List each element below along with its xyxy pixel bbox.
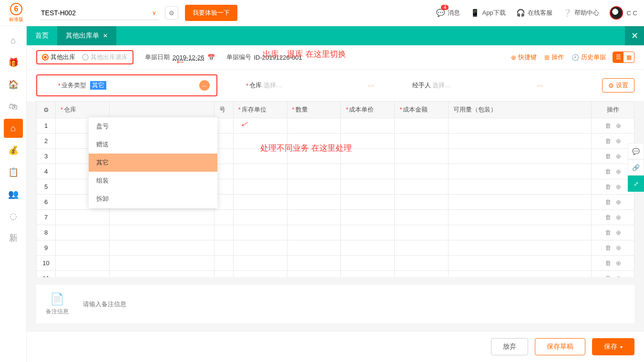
- col-available: 可用量（包装）: [449, 102, 592, 118]
- nav-contacts-icon[interactable]: 👥: [4, 185, 23, 204]
- dropdown-item[interactable]: 其它: [89, 154, 217, 172]
- avatar: [610, 6, 623, 20]
- radio-other-outbound-return[interactable]: 其他出库退库: [82, 53, 128, 62]
- table-row[interactable]: 7🗑⊕: [37, 210, 634, 225]
- online-service-link[interactable]: 🎧 在线客服: [516, 9, 552, 17]
- settings-button[interactable]: ⚙ 设置: [602, 78, 634, 93]
- nav-new-icon[interactable]: 新: [4, 228, 23, 248]
- row-index: 9: [37, 240, 56, 256]
- col-stock-unit: *库存单位: [233, 102, 287, 118]
- save-button[interactable]: 保存▾: [592, 338, 634, 355]
- settings-gear-button[interactable]: ⚙: [165, 6, 178, 20]
- tab-home[interactable]: 首页: [27, 26, 57, 45]
- delete-icon[interactable]: 🗑: [605, 198, 611, 206]
- delete-icon[interactable]: 🗑: [605, 259, 611, 267]
- headset-icon: 🎧: [516, 9, 525, 17]
- nav-money-icon[interactable]: 💰: [4, 141, 23, 160]
- dropdown-item[interactable]: 盘亏: [89, 117, 217, 135]
- col-qty: *数量: [287, 102, 341, 118]
- table-row[interactable]: 10🗑⊕: [37, 256, 634, 271]
- nav-clipboard-icon[interactable]: 📋: [4, 163, 23, 182]
- view-list-button[interactable]: ☰: [613, 52, 624, 62]
- chevron-down-icon[interactable]: ∨: [149, 10, 159, 16]
- copy-icon[interactable]: ⊕: [616, 214, 621, 221]
- col-code-suffix: 号: [214, 102, 233, 118]
- delete-icon[interactable]: 🗑: [605, 122, 611, 129]
- business-type-label: 业务类型: [61, 81, 86, 90]
- table-row[interactable]: 9🗑⊕: [37, 240, 634, 256]
- row-index: 3: [37, 149, 56, 164]
- search-input[interactable]: [40, 6, 149, 20]
- table-row[interactable]: 8🗑⊕: [37, 225, 634, 240]
- doc-no-value: ID-20191226-001: [254, 54, 302, 61]
- history-button[interactable]: 🕘历史单据: [572, 53, 606, 62]
- nav-home-icon[interactable]: ⌂: [4, 31, 23, 50]
- dropdown-item[interactable]: 组装: [89, 172, 217, 190]
- chevron-down-icon: ▾: [620, 344, 623, 350]
- view-card-button[interactable]: ▦: [624, 52, 634, 62]
- table-settings-header[interactable]: ⚙: [37, 102, 56, 118]
- chevron-up-icon[interactable]: ︿: [199, 80, 210, 91]
- nav-warehouse-icon[interactable]: ⌂: [4, 119, 23, 138]
- dropdown-item[interactable]: 拆卸: [89, 190, 217, 208]
- messages-link[interactable]: 💬 4 消息: [436, 9, 460, 17]
- copy-icon[interactable]: ⊕: [616, 198, 621, 206]
- row-index: 5: [37, 179, 56, 195]
- delete-icon[interactable]: 🗑: [605, 229, 611, 236]
- warehouse-placeholder: 选择…: [264, 81, 282, 90]
- nav-house-icon[interactable]: 🏠: [4, 75, 23, 94]
- target-icon: ⊕: [511, 54, 516, 61]
- delete-icon[interactable]: 🗑: [605, 168, 611, 175]
- delete-icon[interactable]: 🗑: [605, 214, 611, 221]
- close-icon[interactable]: ✕: [103, 32, 108, 39]
- nav-cycle-icon[interactable]: ◌: [4, 207, 23, 226]
- discard-button[interactable]: 放弃: [491, 338, 528, 355]
- gear-icon: ⚙: [169, 10, 174, 17]
- more-icon[interactable]: ⋯: [537, 82, 543, 89]
- operation-button[interactable]: ⊞操作: [544, 53, 564, 62]
- delete-icon[interactable]: 🗑: [605, 183, 611, 190]
- copy-icon[interactable]: ⊕: [616, 275, 621, 277]
- table-row[interactable]: 11🗑⊕: [37, 271, 634, 278]
- rail-chat-icon[interactable]: 💬: [628, 143, 644, 159]
- calendar-icon[interactable]: 📅: [207, 54, 215, 61]
- copy-icon[interactable]: ⊕: [616, 259, 621, 267]
- gear-icon: ⚙: [608, 82, 614, 89]
- copy-icon[interactable]: ⊕: [616, 168, 621, 175]
- delete-icon[interactable]: 🗑: [605, 137, 611, 145]
- copy-icon[interactable]: ⊕: [616, 153, 621, 160]
- warehouse-field[interactable]: * 仓库 选择… ⋯: [246, 81, 374, 90]
- doc-date-value[interactable]: 2019-12-26: [173, 54, 204, 61]
- copy-icon[interactable]: ⊕: [616, 137, 621, 145]
- brand-logo[interactable]: 6 标准版: [7, 3, 26, 23]
- dropdown-item[interactable]: 赠送: [89, 135, 217, 154]
- app-download-link[interactable]: 📱 App下载: [470, 9, 505, 17]
- user-menu[interactable]: C C: [610, 6, 637, 20]
- delete-icon[interactable]: 🗑: [605, 275, 611, 277]
- nav-gift-icon[interactable]: 🎁: [4, 53, 23, 72]
- nav-bag-icon[interactable]: 🛍: [4, 97, 23, 116]
- try-now-button[interactable]: 我要体验一下: [185, 5, 237, 21]
- copy-icon[interactable]: ⊕: [616, 183, 621, 190]
- shortcut-button[interactable]: ⊕快捷键: [511, 53, 537, 62]
- radio-other-outbound[interactable]: 其他出库: [42, 53, 75, 62]
- delete-icon[interactable]: 🗑: [605, 244, 611, 251]
- more-icon[interactable]: ⋯: [368, 82, 374, 89]
- tab-other-outbound[interactable]: 其他出库单 ✕: [57, 26, 116, 45]
- help-center-link[interactable]: ❔ 帮助中心: [563, 9, 599, 17]
- handler-field[interactable]: 经手人 选择… ⋯: [412, 81, 543, 90]
- rail-link-icon[interactable]: 🔗: [628, 159, 644, 176]
- copy-icon[interactable]: ⊕: [616, 229, 621, 236]
- left-sidebar: ⌂ 🎁 🏠 🛍 ⌂ 💰 📋 👥 ◌ 新: [0, 26, 27, 362]
- delete-icon[interactable]: 🗑: [605, 153, 611, 160]
- close-all-tabs-button[interactable]: ✕: [625, 26, 644, 45]
- remark-input[interactable]: [83, 297, 625, 311]
- radio-checked-icon: [42, 54, 49, 61]
- copy-icon[interactable]: ⊕: [616, 244, 621, 251]
- copy-icon[interactable]: ⊕: [616, 122, 621, 129]
- save-draft-button[interactable]: 保存草稿: [535, 338, 585, 355]
- clock-icon: 🕘: [572, 54, 579, 61]
- rail-expand-icon[interactable]: ⤢: [628, 176, 644, 192]
- business-type-field[interactable]: * 业务类型 其它 ︿: [36, 74, 217, 96]
- global-search[interactable]: ∨: [40, 6, 159, 20]
